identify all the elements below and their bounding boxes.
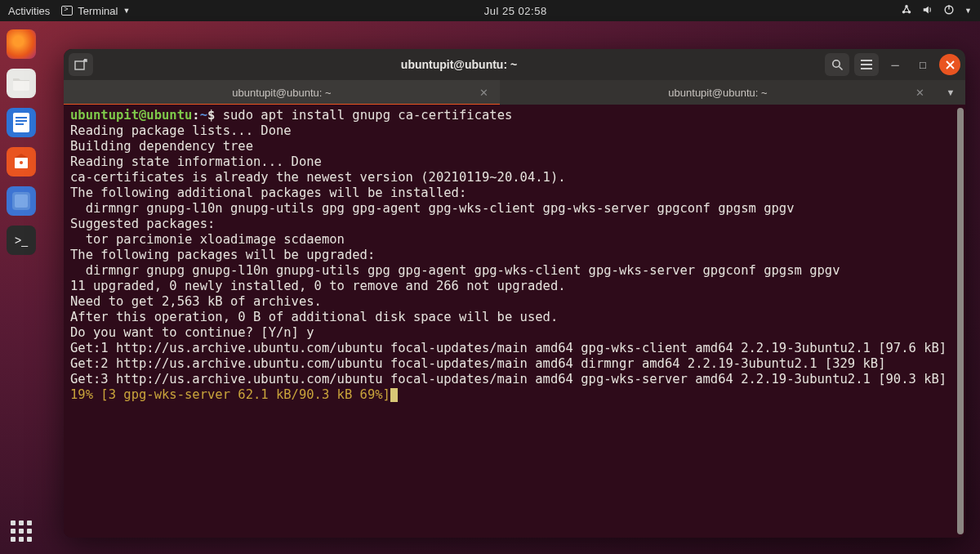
svg-rect-16 [861, 64, 872, 65]
terminal-icon [61, 6, 73, 16]
chevron-down-icon: ▼ [964, 7, 972, 15]
svg-rect-5 [13, 113, 29, 132]
dock-item-writer[interactable] [7, 108, 36, 137]
close-button[interactable] [939, 54, 960, 75]
chevron-down-icon: ▼ [122, 7, 130, 15]
system-status-area[interactable]: ▼ [901, 4, 972, 18]
app-menu[interactable]: Terminal ▼ [61, 5, 130, 17]
dock-item-terminal[interactable]: >_ [7, 226, 36, 255]
svg-rect-13 [75, 61, 84, 69]
svg-rect-7 [16, 120, 27, 122]
svg-point-10 [20, 161, 23, 164]
svg-rect-15 [861, 60, 872, 61]
hamburger-menu-button[interactable] [854, 53, 879, 76]
svg-rect-8 [16, 123, 24, 125]
dock-item-firefox[interactable] [7, 29, 36, 59]
svg-rect-17 [861, 68, 872, 69]
terminal-tab-1[interactable]: ubuntupit@ubuntu: ~ ✕ [64, 80, 500, 105]
app-menu-label: Terminal [78, 5, 118, 17]
volume-icon [922, 4, 933, 18]
show-applications-button[interactable] [8, 518, 34, 544]
gnome-top-panel: Activities Terminal ▼ Jul 25 02:58 ▼ [0, 0, 980, 21]
svg-rect-4 [948, 5, 949, 9]
close-tab-icon[interactable]: ✕ [479, 87, 488, 99]
window-title: ubuntupit@ubuntu: ~ [100, 58, 818, 71]
power-icon [943, 4, 955, 18]
ubuntu-dock: >_ [0, 21, 42, 554]
svg-rect-12 [15, 194, 28, 208]
activities-button[interactable]: Activities [8, 5, 50, 17]
search-button[interactable] [825, 53, 849, 76]
network-icon [901, 4, 912, 18]
terminal-window: ubuntupit@ubuntu: ~ ─ □ ubuntupit@ubuntu… [64, 49, 965, 538]
terminal-viewport[interactable]: ubuntupit@ubuntu:~$ sudo apt install gnu… [64, 105, 965, 538]
svg-rect-6 [16, 117, 27, 118]
window-titlebar: ubuntupit@ubuntu: ~ ─ □ [64, 49, 965, 80]
svg-point-14 [832, 60, 839, 66]
new-tab-button[interactable] [69, 53, 93, 76]
dock-item-software[interactable] [7, 147, 36, 176]
tab-bar: ubuntupit@ubuntu: ~ ✕ ubuntupit@ubuntu: … [64, 80, 965, 105]
tab-overflow-button[interactable]: ▼ [936, 80, 965, 105]
minimize-button[interactable]: ─ [884, 54, 906, 75]
scrollbar[interactable] [957, 108, 964, 534]
close-tab-icon[interactable]: ✕ [915, 87, 924, 99]
terminal-tab-2[interactable]: ubuntupit@ubuntu: ~ ✕ [500, 80, 936, 105]
clock[interactable]: Jul 25 02:58 [484, 5, 547, 17]
dock-item-files[interactable] [7, 69, 36, 98]
maximize-button[interactable]: □ [911, 54, 934, 75]
tab-label: ubuntupit@ubuntu: ~ [232, 87, 331, 99]
dock-item-help[interactable] [7, 186, 36, 216]
tab-label: ubuntupit@ubuntu: ~ [668, 87, 767, 99]
